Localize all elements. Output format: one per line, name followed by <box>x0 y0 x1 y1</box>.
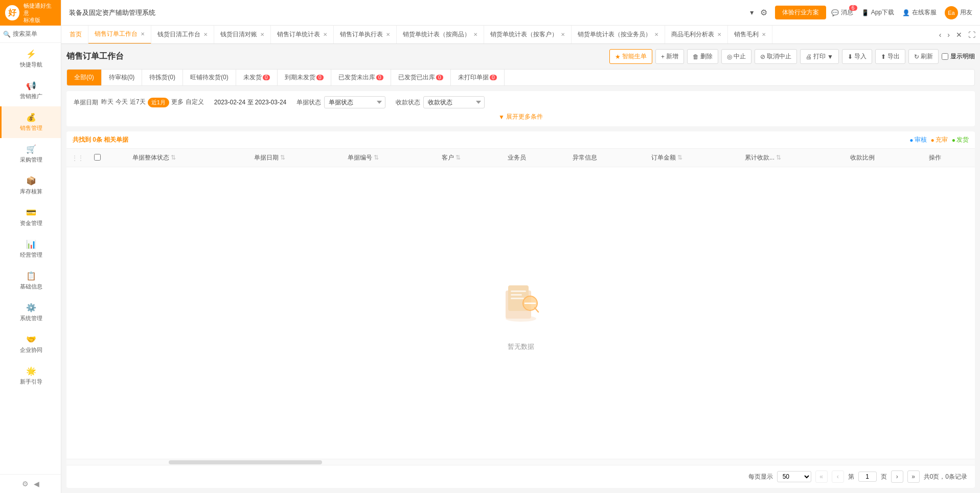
th-amount: 订单金额⇅ <box>646 149 740 167</box>
per-page-select[interactable]: 50 10 20 100 <box>777 471 811 482</box>
filter-tab-not-shipped[interactable]: 未发货0 <box>236 70 278 85</box>
user-menu[interactable]: Ea 用友 <box>945 6 972 19</box>
sidebar-item-enterprise[interactable]: 🤝企业协同 <box>0 328 61 360</box>
last7days-option[interactable]: 近7天 <box>130 98 146 107</box>
filter-tab-wangpu-pending[interactable]: 旺铺待发货(0) <box>183 70 236 85</box>
export-button[interactable]: ⬆ 导出 <box>875 49 905 64</box>
sort-status-icon[interactable]: ⇅ <box>171 154 176 161</box>
search-menu-button[interactable]: 🔍 搜索菜单 <box>0 26 61 43</box>
next-page-button[interactable]: › <box>891 470 903 483</box>
last-page-button[interactable]: » <box>907 470 920 483</box>
sidebar-item-label: 基础信息 <box>20 283 42 290</box>
ship-button[interactable]: ● 发货 <box>952 136 969 144</box>
horizontal-scrollbar[interactable] <box>66 459 975 465</box>
refresh-button[interactable]: ↻ 刷新 <box>908 49 939 64</box>
sidebar-item-inventory[interactable]: 📦库存核算 <box>0 170 61 201</box>
sidebar-item-purchase[interactable]: 🛒采购管理 <box>0 138 61 170</box>
topbar-gear-icon[interactable]: ⚙ <box>760 8 767 17</box>
tab-close-icon[interactable]: ✕ <box>386 32 390 37</box>
tab-close-icon[interactable]: ✕ <box>717 32 721 37</box>
sort-customer-icon[interactable]: ⇅ <box>455 154 461 161</box>
tab-sales-workbench[interactable]: 销售订单工作台✕ <box>88 26 151 44</box>
tab-goods-stats-customer[interactable]: 销货单统计表（按客户）✕ <box>484 26 572 44</box>
filter-tab-overdue-not-shipped[interactable]: 到期未发货0 <box>278 70 331 85</box>
tab-goods-stats-staff[interactable]: 销货单统计表（按业务员）✕ <box>572 26 665 44</box>
tab-close-icon[interactable]: ✕ <box>260 32 264 37</box>
tab-close-icon[interactable]: ✕ <box>203 32 208 37</box>
today-option[interactable]: 今天 <box>116 98 128 107</box>
payment-select[interactable]: 收款状态 <box>423 96 485 108</box>
status-select[interactable]: 单据状态 <box>324 96 385 108</box>
message-icon: 💬 <box>831 9 839 16</box>
tab-next-button[interactable]: › <box>945 30 952 40</box>
tab-sales-stats[interactable]: 销售订单统计表✕ <box>271 26 334 44</box>
filter-tab-not-printed[interactable]: 未打印单据0 <box>451 70 505 85</box>
sort-date-icon[interactable]: ⇅ <box>280 154 285 161</box>
new-button[interactable]: + 新增 <box>655 49 684 64</box>
tab-close-all-button[interactable]: ✕ <box>953 30 965 40</box>
tab-close-icon[interactable]: ✕ <box>473 32 477 37</box>
sidebar-item-finance[interactable]: 💳资金管理 <box>0 201 61 233</box>
tab-close-icon[interactable]: ✕ <box>654 32 658 37</box>
sidebar-item-basic[interactable]: 📋基础信息 <box>0 265 61 297</box>
online-service-button[interactable]: 👤 在线客服 <box>902 8 937 17</box>
smart-order-button[interactable]: ★ 智能生单 <box>609 49 652 64</box>
scrollbar-thumb[interactable] <box>169 460 322 464</box>
system-dropdown[interactable]: ▼ <box>749 9 755 16</box>
audit-button[interactable]: ● 审核 <box>909 136 926 144</box>
sort-number-icon[interactable]: ⇅ <box>374 154 379 161</box>
message-button[interactable]: 💬 消息 6 <box>831 8 853 17</box>
sidebar-item-guide[interactable]: 🌟新手引导 <box>0 360 61 392</box>
solution-button[interactable]: 体验行业方案 <box>775 6 826 19</box>
tab-close-icon[interactable]: ✕ <box>323 32 327 37</box>
yesterday-option[interactable]: 昨天 <box>101 98 113 107</box>
last-month-option[interactable]: 近1月 <box>148 98 169 107</box>
tab-maximize-button[interactable]: ⛶ <box>966 30 978 40</box>
prev-page-button[interactable]: ‹ <box>832 470 844 483</box>
app-download-button[interactable]: 📱 App下载 <box>861 8 894 17</box>
tab-close-icon[interactable]: ✕ <box>762 32 766 37</box>
tab-cash-reconcile[interactable]: 钱货日清对账✕ <box>214 26 271 44</box>
page-suffix: 页 <box>881 473 887 481</box>
show-details-checkbox[interactable] <box>942 53 948 60</box>
th-checkbox-all[interactable] <box>89 149 127 167</box>
filter-tab-all[interactable]: 全部(0) <box>67 70 102 85</box>
data-table: ⋮⋮ 单据整体状态⇅ 单据日期⇅ 单据编号⇅ 客户⇅ 业务员 异常信息 订单金额… <box>66 149 975 167</box>
tab-cash-daily[interactable]: 钱货日清工作台✕ <box>151 26 214 44</box>
select-all-checkbox[interactable] <box>94 154 101 161</box>
custom-date-option[interactable]: 自定义 <box>186 98 204 107</box>
show-details-checkbox-label[interactable]: 显示明细 <box>942 52 975 61</box>
tab-gross-profit[interactable]: 商品毛利分析表✕ <box>665 26 728 44</box>
filter-tab-shipped-not-out[interactable]: 已发货未出库0 <box>331 70 391 85</box>
delete-button[interactable]: 🗑 删除 <box>687 49 718 64</box>
expand-conditions-button[interactable]: ▼ 展开更多条件 <box>498 113 543 121</box>
sort-collected-icon[interactable]: ⇅ <box>776 154 781 161</box>
tab-home[interactable]: 首页 <box>63 26 88 44</box>
collapse-icon[interactable]: ◀ <box>34 480 39 488</box>
sidebar-item-operations[interactable]: 📊经营管理 <box>0 233 61 265</box>
print-button[interactable]: 🖨 打印 ▼ <box>800 49 839 64</box>
cancel-stop-button[interactable]: ⊘ 取消中止 <box>755 49 797 64</box>
tab-close-icon[interactable]: ✕ <box>141 31 145 37</box>
first-page-button[interactable]: « <box>815 470 828 483</box>
sidebar-item-system[interactable]: ⚙️系统管理 <box>0 297 61 328</box>
sidebar-item-sales[interactable]: 💰销售管理 <box>0 106 61 138</box>
sidebar-item-marketing[interactable]: 📢营销推广 <box>0 75 61 106</box>
filter-tab-shipped-out[interactable]: 已发货已出库0 <box>391 70 451 85</box>
tab-prev-button[interactable]: ‹ <box>937 30 944 40</box>
tab-close-icon[interactable]: ✕ <box>561 32 565 37</box>
stop-button[interactable]: ◎ 中止 <box>721 49 751 64</box>
filter-tab-pending-pickup[interactable]: 待拣货(0) <box>142 70 183 85</box>
filter-tab-pending-audit[interactable]: 待审核(0) <box>102 70 143 85</box>
cancel-audit-button[interactable]: ● 充审 <box>931 136 948 144</box>
table-container: 共找到 0条 相关单据 ● 审核 ● 充审 ● 发货 <box>66 131 975 488</box>
page-input[interactable] <box>858 472 877 482</box>
settings-icon[interactable]: ⚙ <box>22 480 29 488</box>
tab-sales-profit[interactable]: 销售毛利✕ <box>728 26 772 44</box>
sidebar-item-quick-nav[interactable]: ⚡快捷导航 <box>0 43 61 75</box>
more-date-option[interactable]: 更多 <box>171 98 184 107</box>
import-button[interactable]: ⬇ 导入 <box>842 49 872 64</box>
tab-sales-exec[interactable]: 销售订单执行表✕ <box>334 26 397 44</box>
sort-amount-icon[interactable]: ⇅ <box>677 154 682 161</box>
tab-goods-stats-product[interactable]: 销货单统计表（按商品）✕ <box>397 26 484 44</box>
